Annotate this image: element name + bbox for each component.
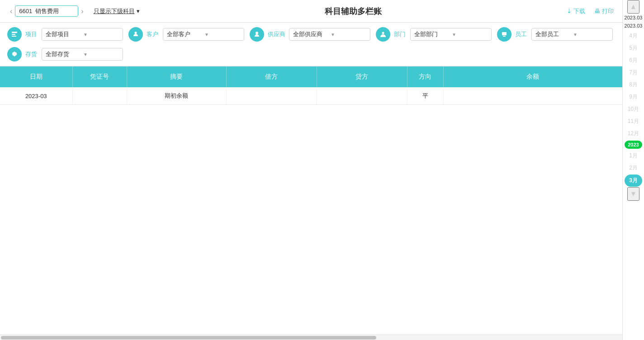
employee-icon <box>497 27 511 42</box>
customer-select[interactable]: 全部客户 ▼ <box>163 28 244 41</box>
timeline-item-3-active[interactable]: 3月 <box>625 175 642 187</box>
timeline-item-9[interactable]: 9月 <box>623 91 644 103</box>
cell-4 <box>317 87 407 105</box>
header: ‹ › 只显示下级科目 ▾ 科目辅助多栏账 ⇣ 下载 🖶 打印 ✕ <box>0 0 644 23</box>
svg-rect-1 <box>12 34 15 35</box>
timeline-item-2[interactable]: 2月 <box>623 162 644 174</box>
table-row: 2023-03期初余额平 <box>0 87 622 105</box>
svg-rect-6 <box>503 36 506 37</box>
col-credit: 贷方 <box>317 66 407 87</box>
svg-point-4 <box>382 32 384 34</box>
cell-2: 期初余额 <box>127 87 226 105</box>
col-debit: 借方 <box>226 66 317 87</box>
table-header-row: 日期 凭证号 摘要 借方 贷方 方向 余额 <box>0 66 622 87</box>
supplier-icon <box>250 27 264 42</box>
scrollbar-thumb[interactable] <box>1 336 376 340</box>
ledger-table: 日期 凭证号 摘要 借方 贷方 方向 余额 2023-03期初余额平 <box>0 66 622 105</box>
print-button[interactable]: 🖶 打印 <box>594 7 614 15</box>
account-code-input[interactable] <box>15 5 78 17</box>
timeline-panel: ▲ 2023.03 2023.03 4月 5月 6月 7月 8月 9月 10月 … <box>622 0 644 340</box>
col-balance: 余额 <box>443 66 622 87</box>
timeline-item-12[interactable]: 12月 <box>623 128 644 140</box>
cell-0: 2023-03 <box>0 87 72 105</box>
col-voucher: 凭证号 <box>72 66 127 87</box>
timeline-item-2023-03-top[interactable]: 2023.03 <box>623 14 644 22</box>
inventory-select-arrow: ▼ <box>83 52 119 57</box>
timeline-item-2023-03-second[interactable]: 2023.03 <box>623 22 644 30</box>
col-date: 日期 <box>0 66 72 87</box>
cell-5: 平 <box>407 87 443 105</box>
project-icon <box>7 27 22 42</box>
col-summary: 摘要 <box>127 66 226 87</box>
svg-point-3 <box>256 32 258 34</box>
cell-1 <box>72 87 127 105</box>
download-icon: ⇣ <box>567 8 572 14</box>
project-select-arrow: ▼ <box>83 32 119 37</box>
table-wrap: 日期 凭证号 摘要 借方 贷方 方向 余额 2023-03期初余额平 <box>0 66 622 325</box>
project-select[interactable]: 全部项目 ▼ <box>42 28 123 41</box>
filters-row: 项目 全部项目 ▼ 客户 全部客户 ▼ 供应商 全部供应商 <box>0 23 644 66</box>
next-account-button[interactable]: › <box>78 6 86 16</box>
col-direction: 方向 <box>407 66 443 87</box>
employee-select[interactable]: 全部员工 ▼ <box>531 28 613 41</box>
supplier-select-arrow: ▼ <box>331 32 366 37</box>
employee-select-arrow: ▼ <box>573 32 609 37</box>
inventory-icon <box>7 47 22 61</box>
timeline-item-6[interactable]: 6月 <box>623 54 644 66</box>
department-icon <box>376 27 390 42</box>
department-select-arrow: ▼ <box>452 32 488 37</box>
print-icon: 🖶 <box>594 8 600 14</box>
page-title: 科目辅助多栏账 <box>140 6 567 17</box>
download-button[interactable]: ⇣ 下载 <box>567 7 585 15</box>
inventory-select[interactable]: 全部存货 ▼ <box>42 48 123 61</box>
timeline-item-1[interactable]: 1月 <box>623 150 644 162</box>
supplier-select[interactable]: 全部供应商 ▼ <box>289 28 370 41</box>
account-code-group <box>15 5 78 17</box>
cell-6 <box>443 87 622 105</box>
filter-inventory: 存货 全部存货 ▼ <box>7 47 123 61</box>
table-body: 2023-03期初余额平 <box>0 87 622 105</box>
filter-customer: 客户 全部客户 ▼ <box>128 27 244 42</box>
filter-employee: 员工 全部员工 ▼ <box>497 27 613 42</box>
svg-rect-2 <box>12 36 16 37</box>
cell-3 <box>226 87 317 105</box>
timeline-item-5[interactable]: 5月 <box>623 42 644 54</box>
timeline-item-8[interactable]: 8月 <box>623 79 644 91</box>
customer-icon <box>128 27 143 42</box>
customer-select-arrow: ▼ <box>204 32 240 37</box>
timeline-item-7[interactable]: 7月 <box>623 66 644 79</box>
filter-department: 部门 全部部门 ▼ <box>376 27 492 42</box>
prev-account-button[interactable]: ‹ <box>7 6 15 16</box>
timeline-item-11[interactable]: 11月 <box>623 115 644 128</box>
svg-rect-5 <box>502 32 507 35</box>
timeline-item-10[interactable]: 10月 <box>623 103 644 115</box>
department-select[interactable]: 全部部门 ▼ <box>410 28 492 41</box>
show-sub-arrow-icon: ▾ <box>137 8 140 14</box>
timeline-year-2023[interactable]: 2023 <box>625 141 642 149</box>
show-sub-button[interactable]: 只显示下级科目 ▾ <box>94 7 140 15</box>
filter-project: 项目 全部项目 ▼ <box>7 27 123 42</box>
horizontal-scrollbar[interactable] <box>0 335 626 340</box>
timeline-up-button[interactable]: ▲ <box>627 0 640 14</box>
svg-rect-0 <box>12 32 17 33</box>
filter-supplier: 供应商 全部供应商 ▼ <box>250 27 370 42</box>
timeline-down-button[interactable]: ▼ <box>627 187 640 201</box>
main-window: ‹ › 只显示下级科目 ▾ 科目辅助多栏账 ⇣ 下载 🖶 打印 ✕ <box>0 0 644 340</box>
timeline-item-4[interactable]: 4月 <box>623 30 644 42</box>
